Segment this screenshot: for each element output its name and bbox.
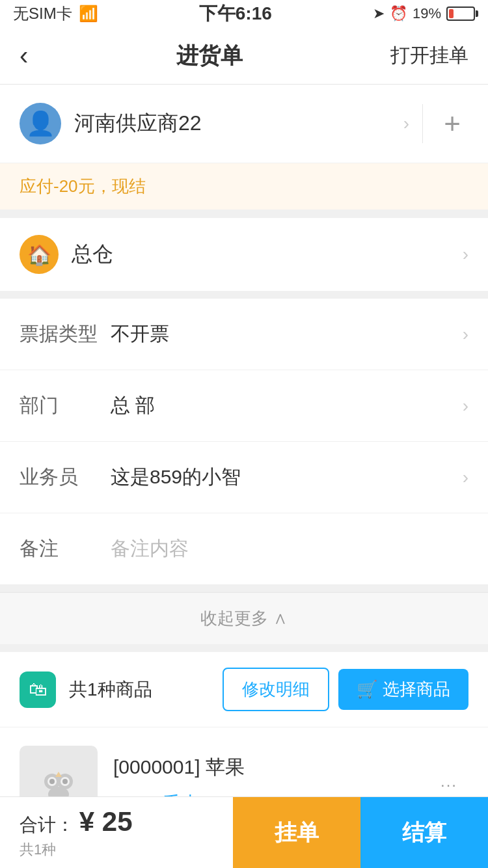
status-bar: 无SIM卡 📶 下午6:16 ➤ ⏰ 19%: [0, 0, 488, 27]
supplier-chevron-icon: ›: [403, 113, 409, 134]
select-product-button[interactable]: 🛒 选择商品: [338, 669, 468, 710]
department-row[interactable]: 部门 总 部 ›: [0, 370, 488, 442]
total-section: 合计： ¥ 25 共1种: [0, 806, 233, 860]
bottom-bar: 合计： ¥ 25 共1种 挂单 结算: [0, 796, 488, 868]
remark-input[interactable]: 备注内容: [111, 536, 468, 562]
remark-row[interactable]: 备注 备注内容: [0, 513, 488, 584]
ticket-type-row[interactable]: 票据类型 不开票 ›: [0, 299, 488, 370]
warehouse-icon: 🏠: [20, 235, 59, 274]
collapse-label: 收起更多 ∧: [200, 607, 287, 630]
warehouse-chevron-icon: ›: [463, 244, 468, 265]
house-icon: 🏠: [27, 243, 51, 266]
svg-point-4: [49, 779, 55, 784]
product-name: [0000001] 苹果: [113, 754, 429, 781]
salesperson-label: 业务员: [20, 464, 111, 491]
product-more-button[interactable]: ···: [429, 772, 468, 798]
wifi-icon: 📶: [79, 5, 98, 23]
svg-point-5: [62, 779, 68, 784]
notice-banner: 应付-20元，现结: [0, 163, 488, 210]
supplier-avatar: 👤: [20, 103, 61, 144]
status-right: ➤ ⏰ 19%: [373, 5, 475, 22]
remark-label: 备注: [20, 536, 111, 562]
page-title: 进货单: [176, 41, 243, 71]
location-icon: ➤: [373, 5, 385, 22]
add-supplier-button[interactable]: +: [436, 107, 468, 140]
svg-marker-7: [55, 772, 62, 777]
total-label: 合计：: [20, 815, 74, 835]
supplier-section: 👤 河南供应商22 › + 应付-20元，现结: [0, 85, 488, 210]
hang-order-button[interactable]: 挂单: [233, 797, 360, 869]
battery-text: 19%: [413, 5, 441, 22]
total-row: 合计： ¥ 25: [20, 806, 213, 837]
alarm-icon: ⏰: [390, 5, 407, 22]
back-button[interactable]: ‹: [20, 41, 28, 70]
select-product-label: 选择商品: [383, 678, 450, 701]
ticket-type-label: 票据类型: [20, 321, 111, 347]
carrier-text: 无SIM卡: [13, 3, 72, 24]
open-pending-button[interactable]: 打开挂单: [390, 42, 468, 69]
nav-bar: ‹ 进货单 打开挂单: [0, 27, 488, 85]
warehouse-row[interactable]: 🏠 总仓 ›: [0, 218, 488, 291]
product-section-icon: 🛍: [20, 671, 56, 708]
supplier-name: 河南供应商22: [74, 109, 397, 138]
salesperson-row[interactable]: 业务员 这是859的小智 ›: [0, 442, 488, 513]
warehouse-name: 总仓: [72, 240, 456, 269]
ticket-type-value: 不开票: [111, 321, 456, 347]
main-content: 👤 河南供应商22 › + 应付-20元，现结 🏠 总仓 › 票据类型 不开票 …: [0, 85, 488, 868]
salesperson-value: 这是859的小智: [111, 464, 456, 491]
settle-button[interactable]: 结算: [360, 797, 488, 869]
person-icon: 👤: [26, 110, 55, 137]
warehouse-section[interactable]: 🏠 总仓 ›: [0, 218, 488, 291]
shopping-icon: 🛍: [29, 679, 47, 700]
product-header: 🛍 共1种商品 修改明细 🛒 选择商品: [0, 652, 488, 727]
total-sub: 共1种: [20, 840, 213, 860]
time-display: 下午6:16: [199, 1, 272, 26]
department-value: 总 部: [111, 392, 456, 419]
form-section: 票据类型 不开票 › 部门 总 部 › 业务员 这是859的小智 › 备注 备注…: [0, 299, 488, 584]
collapse-row[interactable]: 收起更多 ∧: [0, 592, 488, 644]
department-chevron-icon: ›: [463, 396, 468, 416]
more-dots-icon: ···: [441, 776, 457, 794]
salesperson-chevron-icon: ›: [463, 467, 468, 488]
vertical-divider: [422, 104, 423, 143]
cart-icon: 🛒: [357, 679, 377, 699]
supplier-row[interactable]: 👤 河南供应商22 › +: [0, 85, 488, 163]
edit-detail-button[interactable]: 修改明细: [223, 668, 329, 711]
product-count-label: 共1种商品: [69, 677, 223, 702]
ticket-type-chevron-icon: ›: [463, 324, 468, 345]
status-left: 无SIM卡 📶: [13, 3, 98, 24]
total-amount: ¥ 25: [79, 806, 133, 837]
department-label: 部门: [20, 392, 111, 419]
battery-icon: [446, 7, 475, 21]
